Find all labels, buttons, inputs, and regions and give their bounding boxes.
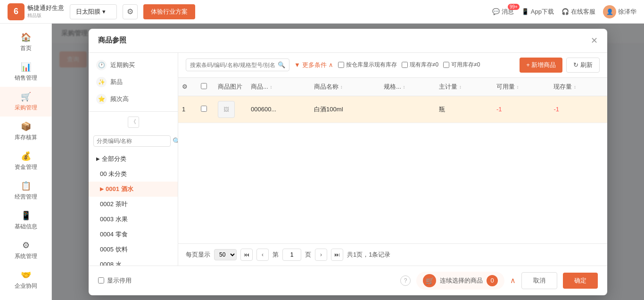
- recent-icon: 🕐: [96, 60, 107, 70]
- col-unit[interactable]: 主计量: [435, 78, 493, 96]
- product-table: ⚙ 商品图片 商品...: [178, 78, 607, 123]
- sidebar-item-cooperation[interactable]: 🤝 企业协同: [0, 265, 51, 295]
- logo-sub: 精品版: [27, 12, 64, 19]
- filter-by-warehouse[interactable]: 按仓库显示现有库存: [338, 61, 397, 69]
- top-nav: 6 畅捷通好生意 精品版 日太阳膜 ▾ ⚙ 体验行业方案 💬 消息 99+ 📱 …: [0, 0, 644, 24]
- first-page-button[interactable]: ⏮: [240, 249, 253, 261]
- nav-right: 💬 消息 99+ 📱 App下载 🎧 在线客服 👤 徐泽华: [492, 5, 636, 18]
- left-panel: 🕐 近期购买 ✨ 新品 ⭐ 频次高: [89, 53, 178, 266]
- sidebar-item-operations[interactable]: 📋 经营管理: [0, 176, 51, 206]
- quick-filter-new[interactable]: ✨ 新品: [89, 74, 178, 91]
- user-nav-item[interactable]: 👤 徐泽华: [603, 5, 636, 18]
- system-icon: ⚙: [22, 240, 30, 250]
- filter-nonzero-available[interactable]: 可用库存≠0: [443, 61, 480, 69]
- trial-button[interactable]: 体验行业方案: [143, 4, 195, 19]
- collapse-panel-button[interactable]: 《: [128, 117, 139, 128]
- sales-icon: 📊: [21, 62, 31, 72]
- cooperation-icon: 🤝: [21, 270, 31, 280]
- product-thumbnail: 🖼: [218, 101, 235, 118]
- tenant-dropdown[interactable]: 日太阳膜 ▾: [70, 4, 117, 19]
- category-search-input[interactable]: [93, 135, 171, 147]
- col-code[interactable]: 商品...: [247, 78, 310, 96]
- home-icon: 🏠: [21, 32, 31, 42]
- modal-overlay: 商品参照 ✕ 🕐 近期购买 ✨ 新: [52, 24, 644, 300]
- col-image: 商品图片: [214, 78, 247, 96]
- col-settings[interactable]: ⚙: [178, 78, 197, 96]
- sidebar-item-inventory[interactable]: 📦 库存核算: [0, 117, 51, 146]
- pagination-bar: 每页显示 50 ⏮ ‹ 第 页 › ⏭ 共1页，1条记录: [178, 243, 607, 266]
- modal-title: 商品参照: [98, 36, 126, 45]
- sidebar-item-sales[interactable]: 📊 销售管理: [0, 57, 51, 87]
- cat-item-water[interactable]: 0008 水: [89, 257, 178, 266]
- modal-close-button[interactable]: ✕: [591, 35, 598, 46]
- cat-item-fruit[interactable]: 0003 水果: [89, 212, 178, 227]
- support-nav-item[interactable]: 🎧 在线客服: [561, 8, 595, 16]
- last-page-button[interactable]: ⏭: [331, 249, 343, 261]
- category-list: ▶ 全部分类 00 未分类 ▶ 0001 酒水 0002 茶: [89, 150, 178, 266]
- col-stock[interactable]: 现存量: [550, 78, 607, 96]
- product-table-wrapper: ⚙ 商品图片 商品...: [178, 78, 607, 243]
- page-size-select[interactable]: 50: [214, 249, 237, 260]
- col-available[interactable]: 可用量: [493, 78, 550, 96]
- help-icon[interactable]: ?: [400, 275, 411, 286]
- quick-filters: 🕐 近期购买 ✨ 新品 ⭐ 频次高: [89, 53, 178, 112]
- sidebar-item-purchase[interactable]: 🛒 采购管理: [0, 87, 51, 117]
- content-area: 采购管理 查询 设置 刷新 商品参照 ✕: [52, 24, 644, 300]
- avatar: 👤: [603, 5, 616, 18]
- col-name[interactable]: 商品名称: [310, 78, 380, 96]
- product-search-box: 🔍: [186, 58, 289, 71]
- settings-button[interactable]: ⚙: [123, 4, 138, 19]
- cat-item-liquor[interactable]: ▶ 0001 酒水: [89, 182, 178, 197]
- main-layout: 🏠 首页 📊 销售管理 🛒 采购管理 📦 库存核算 💰 资金管理 📋 经营管理 …: [0, 24, 644, 300]
- sidebar-item-home[interactable]: 🏠 首页: [0, 27, 51, 57]
- product-name: 白酒100ml: [310, 96, 380, 123]
- search-icon[interactable]: 🔍: [278, 61, 285, 68]
- cat-item-uncategorized[interactable]: 00 未分类: [89, 167, 178, 182]
- phone-icon: 📱: [521, 8, 529, 15]
- category-search-icon[interactable]: 🔍: [173, 137, 178, 145]
- modal-body: 🕐 近期购买 ✨ 新品 ⭐ 频次高: [89, 53, 607, 266]
- logo-area: 6 畅捷通好生意 精品版: [8, 3, 64, 20]
- gear-icon: ⚙: [127, 7, 133, 16]
- select-all-checkbox[interactable]: [201, 83, 207, 89]
- prev-page-button[interactable]: ‹: [256, 249, 269, 261]
- cat-item-snacks[interactable]: 0004 零食: [89, 227, 178, 242]
- message-icon: 💬: [492, 8, 500, 15]
- row-checkbox[interactable]: [201, 106, 207, 112]
- messages-nav-item[interactable]: 💬 消息 99+: [492, 8, 514, 16]
- inventory-icon: 📦: [21, 121, 31, 132]
- sidebar-item-system[interactable]: ⚙ 系统管理: [0, 235, 51, 265]
- new-product-button[interactable]: + 新增商品: [520, 58, 562, 73]
- sidebar-item-finance[interactable]: 💰 资金管理: [0, 146, 51, 176]
- table-row[interactable]: 1 🖼 000600...: [178, 96, 607, 123]
- modal-header: 商品参照 ✕: [89, 29, 607, 53]
- display-disabled-checkbox[interactable]: 显示停用: [98, 276, 132, 285]
- cart-icon: 🛒: [423, 274, 436, 287]
- next-page-button[interactable]: ›: [315, 249, 327, 261]
- cancel-button[interactable]: 取消: [521, 272, 557, 289]
- col-spec[interactable]: 规格...: [380, 78, 435, 96]
- category-search-row: 🔍: [89, 133, 178, 150]
- product-search-input[interactable]: [190, 62, 275, 68]
- filter-nonzero-stock[interactable]: 现有库存≠0: [402, 61, 438, 69]
- sidebar-item-basic-info[interactable]: 📱 基础信息: [0, 206, 51, 235]
- logo-text: 畅捷通好生意: [27, 4, 64, 12]
- app-download-nav-item[interactable]: 📱 App下载: [521, 8, 554, 16]
- quick-filter-recent[interactable]: 🕐 近期购买: [89, 57, 178, 74]
- sidebar-item-guide[interactable]: 📖 新手引导: [0, 295, 51, 300]
- quick-filter-frequent[interactable]: ⭐ 频次高: [89, 91, 178, 108]
- cat-item-all[interactable]: ▶ 全部分类: [89, 151, 178, 167]
- headset-icon: 🎧: [561, 8, 569, 15]
- arrow-icon: ▶: [100, 186, 104, 192]
- refresh-button[interactable]: ↻ 刷新: [566, 58, 600, 73]
- basic-info-icon: 📱: [21, 210, 31, 221]
- expand-icon: ▶: [96, 156, 100, 161]
- cart-area[interactable]: 🛒 连续选择的商品 0: [416, 272, 504, 290]
- collapse-footer-icon[interactable]: ∧: [510, 276, 516, 285]
- more-filters-button[interactable]: ▼ 更多条件 ∧: [294, 59, 333, 71]
- cat-item-drinks[interactable]: 0005 饮料: [89, 242, 178, 257]
- cat-item-tea[interactable]: 0002 茶叶: [89, 197, 178, 212]
- confirm-button[interactable]: 确定: [563, 273, 598, 289]
- right-panel: 🔍 ▼ 更多条件 ∧ 按仓库显示现有库存: [178, 53, 607, 266]
- page-number-input[interactable]: [282, 249, 301, 261]
